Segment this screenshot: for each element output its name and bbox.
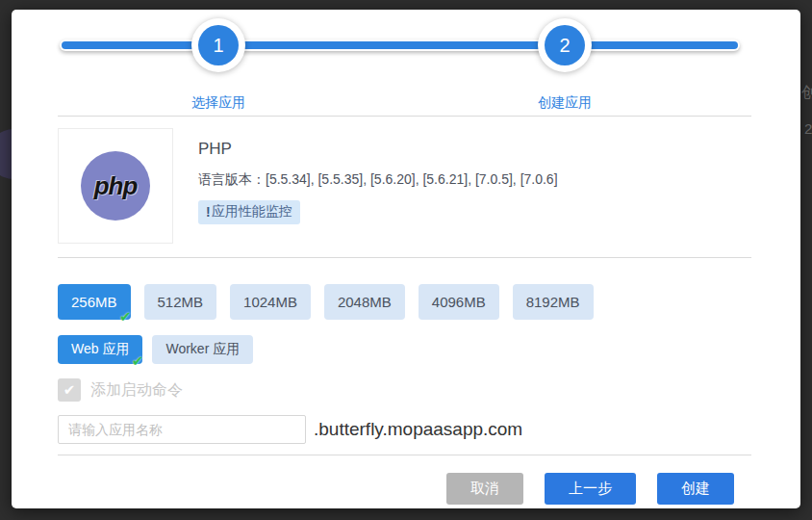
memory-option-label: 2048MB — [338, 294, 392, 310]
memory-option-1024mb[interactable]: 1024MB — [230, 284, 311, 320]
step-1: 1 选择应用 — [161, 18, 276, 112]
app-type-option-worker[interactable]: Worker 应用 — [152, 335, 253, 364]
previous-step-button[interactable]: 上一步 — [545, 473, 636, 505]
app-name-title: PHP — [198, 140, 558, 159]
create-app-dialog: 1 选择应用 2 创建应用 php PHP 语言版本：[5.5.34], [5.… — [12, 10, 800, 508]
step-2-label: 创建应用 — [507, 94, 622, 112]
memory-option-512mb[interactable]: 512MB — [144, 284, 217, 320]
background-text-remnant: 2 — [804, 120, 812, 137]
memory-option-label: 256MB — [71, 294, 117, 310]
memory-option-label: 512MB — [158, 294, 204, 310]
dialog-footer: 取消 上一步 创建 — [58, 473, 751, 505]
selected-check-icon: ✔ — [119, 308, 132, 325]
startup-command-checkbox[interactable]: ✔ — [58, 378, 81, 402]
memory-option-2048mb[interactable]: 2048MB — [324, 284, 405, 320]
php-logo-icon: php — [81, 151, 150, 221]
memory-option-label: 4096MB — [432, 294, 486, 310]
step-2-number: 2 — [545, 25, 585, 65]
memory-option-4096mb[interactable]: 4096MB — [419, 284, 499, 320]
startup-command-row: ✔ 添加启动命令 — [58, 378, 751, 402]
badge-label: 应用性能监控 — [212, 203, 292, 221]
alert-icon: ! — [206, 204, 211, 220]
app-versions-text: 语言版本：[5.5.34], [5.5.35], [5.6.20], [5.6.… — [198, 171, 558, 189]
php-logo-card: php — [58, 128, 173, 244]
step-1-label: 选择应用 — [161, 94, 276, 112]
cancel-button[interactable]: 取消 — [446, 473, 523, 505]
app-type-option-web[interactable]: Web 应用 ✔ — [58, 335, 142, 364]
memory-option-label: 1024MB — [243, 294, 297, 310]
memory-option-label: 8192MB — [526, 294, 580, 310]
divider — [58, 257, 751, 258]
php-logo-text: php — [94, 171, 138, 201]
app-type-label: Web 应用 — [71, 341, 129, 358]
memory-options-row: 256MB ✔ 512MB 1024MB 2048MB 4096MB 8192M… — [58, 284, 751, 320]
domain-suffix-text: .butterfly.mopaasapp.com — [314, 419, 522, 440]
background-text-remnant: 创 — [801, 83, 812, 103]
app-name-row: .butterfly.mopaasapp.com — [58, 415, 751, 444]
app-name-input[interactable] — [58, 415, 306, 444]
memory-option-256mb[interactable]: 256MB ✔ — [58, 284, 131, 320]
startup-command-label: 添加启动命令 — [90, 380, 183, 401]
step-2-circle: 2 — [538, 18, 592, 72]
step-1-number: 1 — [198, 25, 239, 65]
create-button[interactable]: 创建 — [657, 473, 734, 505]
performance-monitor-badge: ! 应用性能监控 — [198, 200, 300, 224]
memory-option-8192mb[interactable]: 8192MB — [513, 284, 594, 320]
step-1-circle: 1 — [191, 18, 245, 72]
wizard-stepper: 1 选择应用 2 创建应用 — [58, 10, 751, 116]
selected-check-icon: ✔ — [132, 352, 144, 370]
divider — [58, 455, 751, 455]
step-2: 2 创建应用 — [507, 18, 622, 112]
selected-app-info: php PHP 语言版本：[5.5.34], [5.5.35], [5.6.20… — [58, 117, 751, 257]
app-type-label: Worker 应用 — [165, 341, 240, 358]
app-details: PHP 语言版本：[5.5.34], [5.5.35], [5.6.20], [… — [198, 128, 558, 257]
app-type-row: Web 应用 ✔ Worker 应用 — [58, 335, 751, 364]
